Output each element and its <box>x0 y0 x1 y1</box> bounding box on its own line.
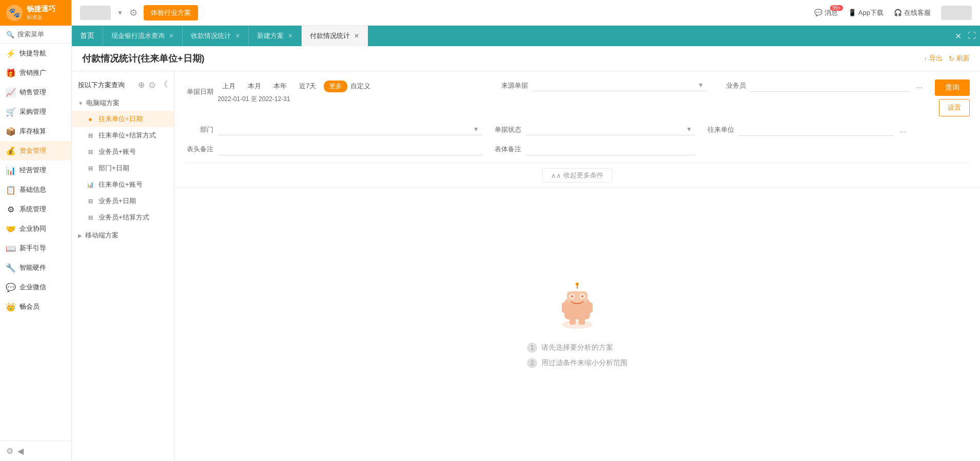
scheme-item-dept-date[interactable]: ⊟ 部门+日期 <box>72 160 174 176</box>
hardware-label: 智能硬件 <box>19 263 46 272</box>
filter-partner-item: 往来单位 ... <box>705 124 908 136</box>
empty-state: 1 请先选择要分析的方案 2 用过滤条件来缩小分析范围 <box>174 188 980 461</box>
sidebar-footer: ⚙ ◀ <box>0 440 71 461</box>
system-icon: ⚙ <box>6 205 15 214</box>
query-button[interactable]: 查询 <box>935 79 970 96</box>
scheme-item-unit-account[interactable]: 📊 往来单位+账号 <box>72 176 174 193</box>
scheme-add-icon[interactable]: ⊕ <box>138 80 145 90</box>
query-settings-col: 查询 设置 <box>935 79 970 116</box>
tab-receipt-stats[interactable]: 收款情况统计 ✕ <box>183 26 249 46</box>
scheme-sidebar-header: 按以下方案查询 ⊕ ⊙ 《 <box>72 76 174 93</box>
new-scheme-tab-close-icon[interactable]: ✕ <box>288 32 293 39</box>
table-head-note-input[interactable] <box>218 143 482 155</box>
date-btn-more[interactable]: 更多 <box>324 81 347 92</box>
sidebar-item-finance[interactable]: 💰 资金管理 <box>0 141 71 161</box>
scheme-item-staff-date[interactable]: ⊟ 业务员+日期 <box>72 193 174 209</box>
app-download-action[interactable]: 📱 App下载 <box>848 8 884 17</box>
doc-status-select[interactable]: ▼ <box>525 124 695 135</box>
export-icon: ↑ <box>924 55 928 63</box>
payment-stats-tab-close-icon[interactable]: ✕ <box>354 32 359 39</box>
dept-select[interactable]: ▼ <box>218 124 482 135</box>
date-btn-this-month[interactable]: 本月 <box>243 79 266 93</box>
filter-staff-item: 业务员 ... <box>717 79 925 92</box>
settings-button[interactable]: 设置 <box>939 99 970 116</box>
topbar-actions: 💬 消息 99+ 📱 App下载 🎧 在线客服 <box>814 6 972 20</box>
scheme-settings-icon[interactable]: ⊙ <box>149 80 155 90</box>
message-action[interactable]: 💬 消息 99+ <box>814 8 838 17</box>
topbar-arrow-icon[interactable]: ▼ <box>117 9 123 16</box>
refresh-action[interactable]: ↻ 刷新 <box>949 54 970 63</box>
date-range-container: 上月 本月 本年 近7天 更多 自定义 2022-01-01 至 2022-12… <box>218 79 370 104</box>
date-filter-label: 单据日期 <box>185 87 213 96</box>
scheme-section-pc-title[interactable]: ▼ 电脑端方案 <box>72 95 174 111</box>
marketing-label: 营销推广 <box>19 68 46 77</box>
date-btn-this-year[interactable]: 本年 <box>269 79 291 93</box>
online-service-action[interactable]: 🎧 在线客服 <box>894 8 931 17</box>
sidebar-item-basic[interactable]: 📋 基础信息 <box>0 180 71 199</box>
scheme-item-unit-settle[interactable]: ⊟ 往来单位+结算方式 <box>72 127 174 144</box>
export-action[interactable]: ↑ 导出 <box>924 54 943 63</box>
operation-label: 经营管理 <box>19 166 46 175</box>
svg-point-5 <box>571 295 574 298</box>
scheme-sidebar-title: 按以下方案查询 <box>78 81 125 90</box>
partner-dots[interactable]: ... <box>897 125 908 134</box>
tab-new-scheme[interactable]: 新建方案 ✕ <box>249 26 302 46</box>
tab-home[interactable]: 首页 <box>72 26 103 46</box>
date-btn-last-month[interactable]: 上月 <box>218 79 240 93</box>
dept-select-arrow-icon: ▼ <box>473 126 479 133</box>
scheme-collapse-icon[interactable]: 《 <box>160 79 168 90</box>
sidebar-item-enterprise[interactable]: 🤝 企业协同 <box>0 219 71 238</box>
scheme-item-unit-date[interactable]: ● 往来单位+日期 <box>72 111 174 127</box>
empty-illustration <box>552 281 603 332</box>
scheme-section-mobile-title[interactable]: ▶ 移动端方案 <box>72 228 174 243</box>
tab-bank-flow[interactable]: 现金银行流水查询 ✕ <box>103 26 183 46</box>
online-service-label: 在线客服 <box>904 8 931 17</box>
sidebar-item-guide[interactable]: 📖 新手引导 <box>0 238 71 258</box>
search-menu[interactable]: 🔍 搜索菜单 <box>0 26 71 44</box>
window-maximize-icon[interactable]: ⛶ <box>968 31 976 41</box>
enterprise-label: 企业协同 <box>19 224 46 233</box>
receipt-stats-tab-close-icon[interactable]: ✕ <box>235 32 240 39</box>
purchase-label: 采购管理 <box>19 107 46 116</box>
tip-num-1: 1 <box>527 343 537 353</box>
bank-flow-tab-close-icon[interactable]: ✕ <box>169 32 174 39</box>
collapse-button[interactable]: ∧∧ 收起更多条件 <box>542 168 612 183</box>
new-scheme-tab-label: 新建方案 <box>257 31 284 41</box>
doc-status-select-arrow-icon: ▼ <box>686 126 692 133</box>
staff-dots[interactable]: ... <box>914 81 925 90</box>
date-btn-7days[interactable]: 近7天 <box>295 79 321 93</box>
scheme-item-staff-settle[interactable]: ⊟ 业务员+结算方式 <box>72 209 174 226</box>
sidebar-item-operation[interactable]: 📊 经营管理 <box>0 161 71 180</box>
sidebar-item-wechat[interactable]: 💬 企业微信 <box>0 277 71 297</box>
sidebar-item-inventory[interactable]: 📦 库存核算 <box>0 122 71 141</box>
source-select[interactable]: ▼ <box>532 79 707 91</box>
sidebar-item-quick-nav[interactable]: ⚡ 快捷导航 <box>0 44 71 63</box>
tabbar: 首页 现金银行流水查询 ✕ 收款情况统计 ✕ 新建方案 ✕ 付款情况统计 ✕ ✕… <box>72 26 980 46</box>
trial-button[interactable]: 体验行业方案 <box>144 5 198 21</box>
sidebar-item-member[interactable]: 👑 畅会员 <box>0 297 71 316</box>
collapse-bar: ∧∧ 收起更多条件 <box>185 163 970 188</box>
scheme-item-staff-account[interactable]: ⊟ 业务员+账号 <box>72 144 174 160</box>
sidebar-item-hardware[interactable]: 🔧 智能硬件 <box>0 258 71 277</box>
footer-collapse-icon[interactable]: ◀ <box>17 446 24 456</box>
sidebar-item-system[interactable]: ⚙ 系统管理 <box>0 199 71 219</box>
sidebar-item-purchase[interactable]: 🛒 采购管理 <box>0 102 71 122</box>
partner-input[interactable] <box>738 124 893 136</box>
table-body-note-input[interactable] <box>525 143 695 155</box>
tab-payment-stats[interactable]: 付款情况统计 ✕ <box>302 26 368 46</box>
footer-settings-icon[interactable]: ⚙ <box>6 446 13 456</box>
date-btn-custom[interactable]: 自定义 <box>350 82 370 91</box>
unit-account-icon: 📊 <box>86 181 94 189</box>
logo-sub: 标准版 <box>27 14 55 21</box>
operation-icon: 📊 <box>6 166 15 175</box>
sidebar-item-marketing[interactable]: 🎁 营销推广 <box>0 63 71 83</box>
system-label: 系统管理 <box>19 205 46 214</box>
pc-section-label: 电脑端方案 <box>86 98 120 108</box>
sidebar-item-sales[interactable]: 📈 销售管理 <box>0 83 71 102</box>
topbar-username[interactable] <box>941 6 972 20</box>
scheme-sidebar-header-actions: ⊕ ⊙ 《 <box>138 79 168 90</box>
window-close-icon[interactable]: ✕ <box>955 31 962 41</box>
mobile-section-arrow-icon: ▶ <box>78 233 82 238</box>
staff-input[interactable] <box>750 79 910 92</box>
topbar-settings-icon[interactable]: ⚙ <box>129 7 138 18</box>
